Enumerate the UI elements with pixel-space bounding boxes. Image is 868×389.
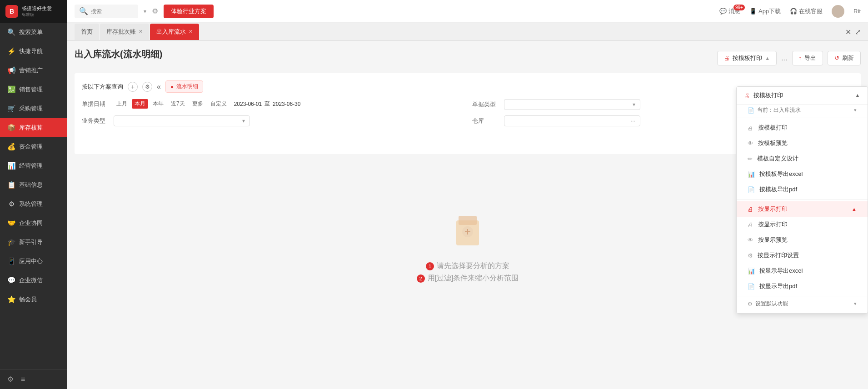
message-btn[interactable]: 💬 消息 99+ xyxy=(719,7,740,15)
tab-batch-label: 库存批次账 xyxy=(106,28,136,36)
date-sep: 至 xyxy=(264,100,270,108)
filter-tag-dot: ● xyxy=(170,84,174,90)
tab-batch-close[interactable]: ✕ xyxy=(139,29,143,35)
dp-default-settings[interactable]: ⚙ 设置默认功能 ▾ xyxy=(737,298,868,309)
dp-default-settings-icon: ⚙ xyxy=(748,301,753,307)
logo-sub: 标准版 xyxy=(22,12,52,18)
dp-title: 按模板打印 xyxy=(753,91,783,100)
dp-display-print-settings[interactable]: ⚙ 按显示打印设置 xyxy=(737,248,868,263)
sidebar-item-wechat[interactable]: 💬 企业微信 xyxy=(0,271,67,290)
headset-icon: 🎧 xyxy=(790,8,797,15)
action-more-dots[interactable]: ... xyxy=(781,54,787,62)
export-btn[interactable]: ↑ 导出 xyxy=(792,51,823,65)
sidebar-item-system[interactable]: ⚙ 系统管理 xyxy=(0,194,67,214)
tab-home[interactable]: 首页 xyxy=(75,24,99,40)
shortcut-this-month[interactable]: 本月 xyxy=(132,99,148,109)
dp-current-section: 📄 当前：出入库流水 ▾ xyxy=(737,105,868,116)
message-badge: 99+ xyxy=(733,5,745,10)
dp-display-pdf[interactable]: 📄 按显示导出pdf xyxy=(737,279,868,294)
tab-expand-icon[interactable]: ⤢ xyxy=(855,27,861,36)
sidebar-item-membership[interactable]: ⭐ 畅会员 xyxy=(0,290,67,309)
dp-display-preview[interactable]: 👁 按显示预览 xyxy=(737,232,868,248)
sidebar-item-basics[interactable]: 📋 基础信息 xyxy=(0,175,67,194)
empty-step-1: 1 请先选择要分析的方案 xyxy=(426,261,509,271)
dp-default-arrow: ▾ xyxy=(854,301,857,307)
refresh-icon: ↺ xyxy=(834,55,839,61)
sidebar-item-app-center[interactable]: 📱 应用中心 xyxy=(0,252,67,271)
sidebar-item-search-menu[interactable]: 🔍 搜索菜单 xyxy=(0,23,67,42)
dp-template-print-icon: 🖨 xyxy=(748,125,753,131)
date-label: 单据日期 xyxy=(82,100,109,108)
dp-collapse-icon[interactable]: ▲ xyxy=(855,92,860,99)
topbar-dropdown-arrow[interactable]: ▾ xyxy=(144,8,146,15)
date-range: 2023-06-01 至 2023-06-30 xyxy=(234,100,301,108)
shortcut-more[interactable]: 更多 xyxy=(190,99,206,109)
shortcut-this-year[interactable]: 本年 xyxy=(150,99,166,109)
tab-batch-account[interactable]: 库存批次账 ✕ xyxy=(100,24,149,40)
sidebar-item-inventory[interactable]: 📦 库存核算 xyxy=(0,118,67,137)
logo-icon: B xyxy=(5,5,18,18)
warehouse-more-icon[interactable]: ··· xyxy=(631,118,635,124)
app-logo: B 畅捷通好生意 标准版 xyxy=(0,0,67,23)
sidebar-bottom: ⚙ ≡ xyxy=(0,369,67,389)
dp-template-preview-icon: 👁 xyxy=(748,140,753,147)
dp-template-print[interactable]: 🖨 按模板打印 xyxy=(737,120,868,135)
filter-add-btn[interactable]: + xyxy=(128,82,138,92)
dp-template-pdf[interactable]: 📄 按模板导出pdf xyxy=(737,182,868,197)
dp-display-print[interactable]: 🖨 按显示打印 xyxy=(737,217,868,232)
sidebar-item-purchase[interactable]: 🛒 采购管理 xyxy=(0,99,67,118)
dp-display-print-section[interactable]: 🖨 按显示打印 ▲ xyxy=(737,201,868,217)
purchase-icon: 🛒 xyxy=(7,105,15,113)
sidebar-item-enterprise[interactable]: 🤝 企业协同 xyxy=(0,214,67,233)
dp-default-settings-label: 设置默认功能 xyxy=(755,300,788,308)
shortcut-7days[interactable]: 近7天 xyxy=(168,99,188,109)
shortcut-prev-month[interactable]: 上月 xyxy=(114,99,130,109)
user-avatar[interactable] xyxy=(832,5,844,18)
sidebar-nav: 🔍 搜索菜单 ⚡ 快捷导航 📢 营销推广 💹 销售管理 🛒 采购管理 📦 库存核… xyxy=(0,23,67,369)
sidebar-item-marketing[interactable]: 📢 营销推广 xyxy=(0,61,67,80)
search-input[interactable] xyxy=(91,8,134,15)
dp-display-pdf-icon: 📄 xyxy=(748,283,755,290)
shortcut-custom[interactable]: 自定义 xyxy=(208,99,229,109)
filter-collapse-icon[interactable]: « xyxy=(157,83,161,91)
refresh-btn[interactable]: ↺ 刷新 xyxy=(828,51,861,65)
export-icon: ↑ xyxy=(799,55,802,61)
sidebar-item-operations[interactable]: 📊 经营管理 xyxy=(0,156,67,175)
date-end[interactable]: 2023-06-30 xyxy=(273,101,300,107)
print-template-btn[interactable]: 🖨 按模板打印 ▲ xyxy=(717,51,777,65)
tab-close-icon[interactable]: ✕ xyxy=(845,27,851,36)
dp-template-excel[interactable]: 📊 按模板导出excel xyxy=(737,166,868,182)
search-menu-icon: 🔍 xyxy=(7,28,15,36)
app-download-btn[interactable]: 📱 App下载 xyxy=(749,7,781,15)
topbar-search-box[interactable]: 🔍 xyxy=(75,5,138,18)
phone-icon: 📱 xyxy=(749,8,757,15)
dp-template-customize[interactable]: ✏ 模板自定义设计 xyxy=(737,151,868,166)
filter-item-biztype: 业务类型 ▾ xyxy=(82,115,463,126)
biztype-select[interactable]: ▾ xyxy=(114,115,250,126)
menu-toggle-icon[interactable]: ≡ xyxy=(21,375,25,384)
dp-display-excel[interactable]: 📊 按显示导出excel xyxy=(737,263,868,279)
filter-tag-liushui[interactable]: ● 流水明细 xyxy=(165,80,203,93)
dp-template-preview[interactable]: 👁 按模板预览 xyxy=(737,135,868,151)
warehouse-select[interactable]: ··· xyxy=(504,115,640,126)
warehouse-label: 仓库 xyxy=(472,117,499,125)
topbar-gear-icon[interactable]: ⚙ xyxy=(152,7,158,15)
sidebar-item-sales[interactable]: 💹 销售管理 xyxy=(0,80,67,99)
topbar: 🔍 ▾ ⚙ 体验行业方案 💬 消息 99+ 📱 App下载 🎧 在线客服 Rit xyxy=(67,0,868,23)
finance-icon: 💰 xyxy=(7,143,15,151)
sidebar-item-quick-nav[interactable]: ⚡ 快捷导航 xyxy=(0,42,67,61)
industry-btn[interactable]: 体验行业方案 xyxy=(164,5,214,18)
settings-bottom-icon[interactable]: ⚙ xyxy=(7,375,14,384)
enterprise-icon: 🤝 xyxy=(7,219,15,227)
sidebar-item-finance[interactable]: 💰 资金管理 xyxy=(0,137,67,156)
online-service-btn[interactable]: 🎧 在线客服 xyxy=(790,7,823,15)
biztype-arrow: ▾ xyxy=(242,118,245,124)
tab-flow[interactable]: 出入库流水 ✕ xyxy=(150,24,199,40)
tab-flow-close[interactable]: ✕ xyxy=(189,29,193,35)
dp-divider-1 xyxy=(737,118,868,118)
filter-gear-btn[interactable]: ⚙ xyxy=(142,82,152,92)
filter-item-date: 单据日期 上月 本月 本年 近7天 更多 自定义 2023-06-01 至 20… xyxy=(82,99,463,109)
sidebar-item-newbie[interactable]: 🎓 新手引导 xyxy=(0,233,67,252)
date-start[interactable]: 2023-06-01 xyxy=(234,101,262,107)
doctype-select[interactable]: ▾ xyxy=(504,99,640,110)
